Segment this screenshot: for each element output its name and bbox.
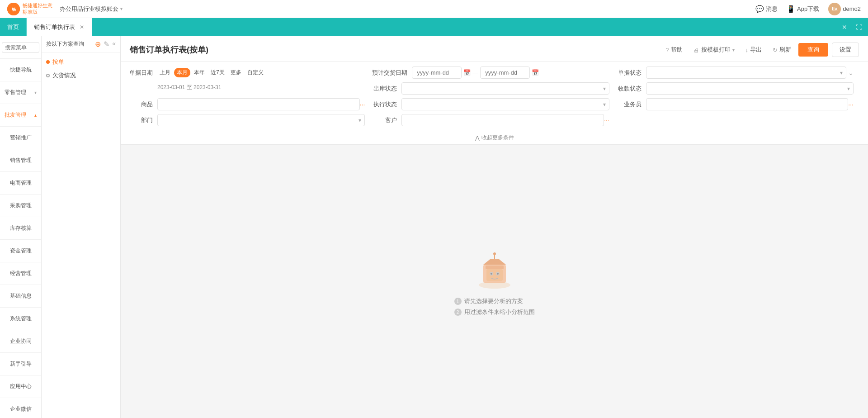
- date-tab-7days[interactable]: 近7天: [208, 68, 227, 77]
- sidebar-item-system[interactable]: 系统管理: [0, 308, 41, 330]
- sidebar-item-sales[interactable]: 销售管理: [0, 149, 41, 172]
- empty-tip-2: 2 用过滤条件来缩小分析范围: [454, 308, 535, 316]
- expected-date-label: 预计交货日期: [372, 69, 407, 77]
- top-bar-right: 💬 消息 📱 App下载 Ea demo2: [755, 3, 861, 15]
- sidebar-item-retail[interactable]: 零售管理 ▾: [0, 81, 41, 104]
- expected-date-start[interactable]: [412, 66, 462, 79]
- filter-cell-exec-status: 执行状态: [372, 98, 616, 110]
- logo-area[interactable]: 畅 畅捷通好生意 标准版: [7, 3, 52, 15]
- empty-state: 1 请先选择要分析的方案 2 用过滤条件来缩小分析范围: [454, 247, 535, 316]
- empty-illustration: [472, 247, 517, 292]
- message-btn[interactable]: 💬 消息: [755, 5, 778, 13]
- sidebar-item-label: 新手引导: [10, 360, 32, 368]
- edit-scheme-icon[interactable]: ✎: [104, 40, 109, 48]
- tab-actions: ✕ ⛶: [839, 18, 868, 36]
- scheme-item-order[interactable]: 按单: [42, 55, 120, 69]
- sidebar-item-label: 企业协同: [10, 337, 32, 345]
- sidebar-item-operations[interactable]: 经营管理: [0, 262, 41, 285]
- sidebar-item-label: 快捷导航: [10, 66, 32, 74]
- collapse-row[interactable]: ⋀ 收起更多条件: [121, 131, 868, 145]
- date-tab-this-month[interactable]: 本月: [174, 68, 190, 77]
- date-tab-last-month[interactable]: 上月: [157, 68, 173, 77]
- sidebar-item-wechat[interactable]: 企业微信: [0, 398, 41, 418]
- print-btn[interactable]: 🖨 按模板打印 ▾: [690, 44, 738, 56]
- sidebar-item-label: 电商管理: [10, 179, 32, 187]
- salesperson-input[interactable]: [646, 98, 849, 110]
- customer-ellipsis-icon[interactable]: ···: [604, 117, 609, 124]
- goods-input[interactable]: [157, 98, 360, 110]
- collect-status-select[interactable]: [646, 82, 854, 95]
- goods-label: 商品: [128, 100, 153, 109]
- export-btn[interactable]: ↓ 导出: [742, 44, 766, 56]
- calendar-start-icon[interactable]: 📅: [463, 69, 471, 76]
- customer-input[interactable]: [401, 114, 604, 126]
- doc-status-expand-icon[interactable]: ⌄: [848, 69, 854, 76]
- out-status-select[interactable]: [401, 82, 609, 95]
- app-selector-label: 办公用品行业模拟账套: [60, 5, 118, 13]
- dot-icon: [46, 74, 50, 77]
- exec-status-select[interactable]: [401, 98, 609, 110]
- goods-ellipsis-icon[interactable]: ···: [360, 101, 365, 108]
- sidebar-item-appcenter[interactable]: 应用中心: [0, 375, 41, 398]
- salesperson-ellipsis-icon[interactable]: ···: [848, 101, 854, 108]
- out-status-label: 出库状态: [372, 85, 397, 93]
- tab-home[interactable]: 首页: [0, 18, 27, 36]
- sidebar-item-ecommerce[interactable]: 电商管理: [0, 172, 41, 195]
- main-layout: 快捷导航 零售管理 ▾ 批发管理 ▴ 营销推广 销售管理 电商管理 采购管理 库…: [0, 36, 868, 418]
- empty-tips: 1 请先选择要分析的方案 2 用过滤条件来缩小分析范围: [454, 297, 535, 316]
- print-arrow-icon: ▾: [732, 48, 735, 52]
- top-bar: 畅 畅捷通好生意 标准版 办公用品行业模拟账套 ▾ 💬 消息 📱 App下载 E…: [0, 0, 868, 18]
- sidebar-item-cooperation[interactable]: 企业协同: [0, 330, 41, 353]
- filter-cell-expected-date: 预计交货日期 📅 — 📅: [372, 66, 616, 79]
- tab-sales-order[interactable]: 销售订单执行表 ✕: [27, 18, 92, 36]
- refresh-btn[interactable]: ↻ 刷新: [769, 44, 795, 56]
- empty-tip-1: 1 请先选择要分析的方案: [454, 297, 535, 305]
- app-download-btn[interactable]: 📱 App下载: [787, 5, 819, 13]
- collapse-panel-icon[interactable]: «: [112, 40, 116, 48]
- doc-status-label: 单据状态: [617, 69, 642, 77]
- calendar-end-icon[interactable]: 📅: [532, 69, 539, 76]
- add-scheme-icon[interactable]: ⊕: [95, 40, 101, 48]
- sidebar-item-quicknav[interactable]: 快捷导航: [0, 59, 41, 81]
- sidebar-item-purchase[interactable]: 采购管理: [0, 195, 41, 217]
- expected-date-end[interactable]: [480, 66, 530, 79]
- avatar: Ea: [828, 3, 841, 15]
- date-tab-this-year[interactable]: 本年: [192, 68, 207, 77]
- filter-cell-goods: 商品 ···: [128, 98, 372, 110]
- close-icon[interactable]: ✕: [80, 24, 84, 30]
- sidebar-item-basics[interactable]: 基础信息: [0, 285, 41, 308]
- date-tab-more[interactable]: 更多: [228, 68, 244, 77]
- tip-num-2: 2: [454, 309, 462, 316]
- minimize-btn[interactable]: ✕: [839, 22, 850, 33]
- query-btn[interactable]: 查询: [798, 43, 828, 57]
- scheme-item-shortage[interactable]: 欠货情况: [42, 69, 120, 82]
- sidebar-item-newuser[interactable]: 新手引导: [0, 353, 41, 375]
- tip-num-1: 1: [454, 298, 462, 305]
- sidebar-search-area: [0, 36, 41, 59]
- results-area: 1 请先选择要分析的方案 2 用过滤条件来缩小分析范围: [121, 145, 868, 418]
- app-selector[interactable]: 办公用品行业模拟账套 ▾: [56, 3, 126, 15]
- sidebar-item-marketing[interactable]: 营销推广: [0, 127, 41, 149]
- chevron-icon: ▾: [34, 90, 37, 96]
- help-icon: ?: [665, 47, 669, 53]
- date-range-text: 2023-03-01 至 2023-03-31: [157, 84, 221, 91]
- page-title: 销售订单执行表(按单): [130, 44, 208, 55]
- doc-status-select[interactable]: [646, 66, 846, 79]
- svg-rect-4: [486, 266, 504, 269]
- collapse-up-icon: ⋀: [475, 135, 480, 141]
- tab-sales-order-label: 销售订单执行表: [34, 23, 75, 31]
- sidebar-item-label: 营销推广: [10, 134, 32, 142]
- goods-control: ···: [157, 98, 365, 110]
- maximize-btn[interactable]: ⛶: [854, 22, 864, 33]
- dept-select[interactable]: [157, 114, 365, 126]
- user-menu[interactable]: Ea demo2: [828, 3, 861, 15]
- sidebar-item-finance[interactable]: 资金管理: [0, 240, 41, 262]
- search-input[interactable]: [2, 42, 39, 53]
- sidebar-item-inventory[interactable]: 库存核算: [0, 217, 41, 240]
- exec-status-control: [401, 98, 609, 110]
- date-tab-custom[interactable]: 自定义: [245, 68, 266, 77]
- help-btn[interactable]: ? 帮助: [662, 44, 686, 56]
- sidebar-item-wholesale[interactable]: 批发管理 ▴: [0, 104, 41, 127]
- settings-btn[interactable]: 设置: [832, 43, 859, 57]
- salesperson-control: ···: [646, 98, 854, 110]
